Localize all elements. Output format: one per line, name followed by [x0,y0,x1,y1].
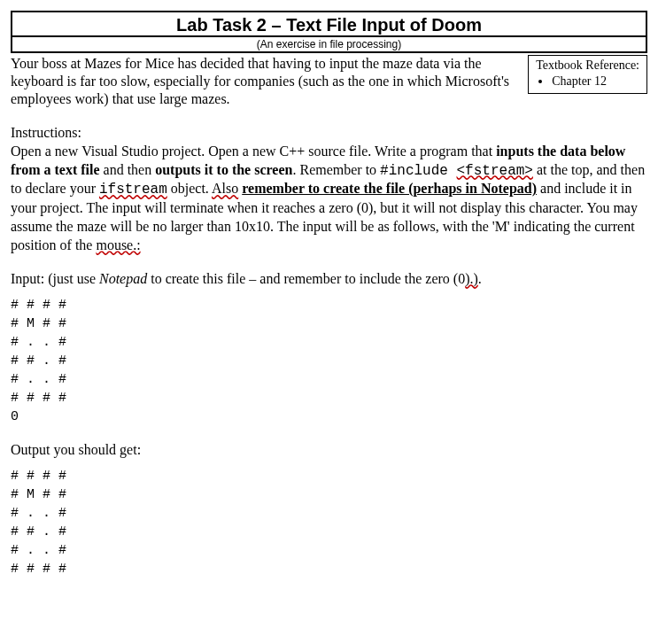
input-label-a: Input: (just use [11,271,99,286]
instr-bold-2: outputs it to the screen [155,162,292,177]
instr-text: object. [167,181,212,196]
instructions-heading: Instructions: [11,124,647,143]
input-label-paren: ).) [465,271,478,286]
input-label-c: to create this file – and remember to in… [147,271,465,286]
page-subtitle: (An exercise in file processing) [257,38,401,50]
instructions-block: Instructions: Open a new Visual Studio p… [11,124,647,255]
input-label-notepad: Notepad [99,271,147,286]
title-box: Lab Task 2 – Text File Input of Doom [11,11,647,37]
instr-text: Open a new Visual Studio project. Open a… [11,144,496,159]
instr-text: . Remember to [292,162,380,177]
input-data-block: # # # # # M # # # . . # # # . # # . . # … [11,296,647,426]
intro-text: Your boss at Mazes for Mice has decided … [11,56,509,106]
output-label: Output you should get: [11,442,647,458]
input-label: Input: (just use Notepad to create this … [11,271,647,287]
instr-also: Also [212,181,238,196]
code-include: #include [380,163,456,179]
input-label-e: . [478,271,482,286]
instr-text: and then [100,162,156,177]
page-title: Lab Task 2 – Text File Input of Doom [176,15,482,35]
code-ifstream: ifstream [99,182,167,198]
reference-item: Chapter 12 [552,74,639,89]
reference-heading: Textbook Reference: [536,58,639,74]
instr-bold-underline: remember to create the file (perhaps in … [242,181,537,196]
output-data-block: # # # # # M # # # . . # # # . # # . . # … [11,467,647,578]
subtitle-box: (An exercise in file processing) [11,37,647,53]
textbook-reference-box: Textbook Reference: Chapter 12 [528,55,647,94]
code-fstream: <fstream> [457,163,533,179]
instr-mouse: mouse.: [96,237,140,252]
